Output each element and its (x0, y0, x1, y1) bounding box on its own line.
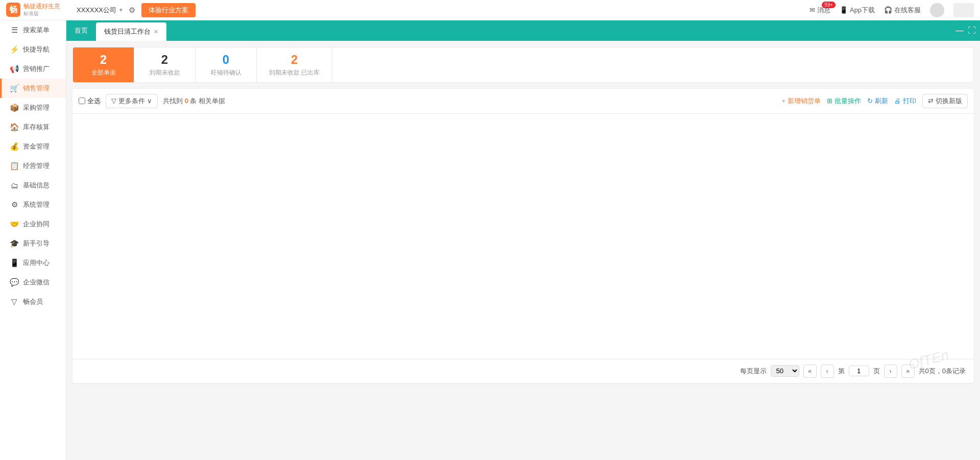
new-sale-label: 新增销货单 (788, 96, 821, 106)
print-button[interactable]: 🖨 打印 (894, 96, 916, 106)
batch-label: 批量操作 (835, 96, 861, 106)
sidebar-item-10[interactable]: 🤝企业协同 (0, 214, 66, 234)
filter-icon: ▽ (111, 97, 116, 105)
refresh-icon: ↻ (867, 97, 873, 105)
sidebar-icon-9: ⚙ (10, 200, 19, 209)
next-page-button[interactable]: › (884, 365, 897, 378)
sidebar-item-6[interactable]: 💰资金管理 (0, 137, 66, 156)
app-download-item[interactable]: 📱 App下载 (840, 6, 875, 15)
main-content: 2 全部单据 2 到期未收款 0 旺铺待确认 2 到期未收款 已出库 全选 ▽ … (66, 41, 980, 460)
sidebar-label-4: 采购管理 (23, 103, 50, 112)
logo-edition: 标准版 (23, 10, 60, 17)
select-all-label[interactable]: 全选 (79, 96, 101, 106)
stats-tabs: 2 全部单据 2 到期未收款 0 旺铺待确认 2 到期未收款 已出库 (72, 47, 974, 83)
tab-close-icon[interactable]: ✕ (154, 29, 158, 35)
sidebar-item-9[interactable]: ⚙系统管理 (0, 195, 66, 214)
stats-num-overdue: 2 (146, 53, 183, 67)
stats-num-shipped: 2 (269, 53, 320, 67)
company-name: XXXXXX公司 (77, 6, 116, 15)
username-area[interactable] (953, 3, 974, 17)
sidebar-item-12[interactable]: 📱应用中心 (0, 253, 66, 273)
switch-version-button[interactable]: ⇄ 切换新版 (922, 94, 968, 108)
tab-home[interactable]: 首页 (66, 20, 96, 41)
service-icon: 🎧 (884, 6, 892, 14)
page-label: 第 (838, 367, 845, 376)
logo-text-area: 畅捷通好生意 标准版 (23, 3, 60, 17)
stats-tab-pending[interactable]: 0 旺铺待确认 (195, 47, 257, 82)
tab-workbench[interactable]: 钱货日清工作台 ✕ (96, 22, 166, 41)
sidebar-label-2: 营销推广 (23, 64, 50, 74)
sidebar-item-8[interactable]: 🗂基础信息 (0, 176, 66, 195)
table-area (72, 114, 974, 359)
sidebar-label-11: 新手引导 (23, 239, 50, 248)
content-wrapper: 全选 ▽ 更多条件 ∨ 共找到 0 条 相关单据 + 新增销货单 ⊞ (72, 89, 974, 383)
sidebar-icon-0: ☰ (10, 26, 19, 35)
sidebar-icon-10: 🤝 (10, 220, 19, 229)
stats-label-shipped: 到期未收款 已出库 (269, 68, 320, 77)
found-text: 共找到 0 条 相关单据 (163, 96, 225, 106)
pagination-bar: 每页显示 50 100 « ‹ 第 页 › » 共0页，0条记录 (72, 359, 974, 383)
messages-item[interactable]: ✉ 消息 99+ (810, 6, 830, 15)
sidebar-label-7: 经营管理 (23, 161, 50, 171)
sidebar-label-6: 资金管理 (23, 142, 50, 151)
settings-icon[interactable]: ⚙ (129, 6, 135, 15)
stats-num-pending: 0 (208, 53, 244, 67)
stats-tab-all[interactable]: 2 全部单据 (73, 47, 134, 82)
toolbar-right: + 新增销货单 ⊞ 批量操作 ↻ 刷新 🖨 打印 ⇄ 切换新版 (781, 94, 968, 108)
sidebar-item-3[interactable]: 🛒销售管理 (0, 79, 66, 98)
page-input[interactable] (849, 366, 869, 376)
sidebar-item-11[interactable]: 🎓新手引导 (0, 234, 66, 253)
sidebar-item-7[interactable]: 📋经营管理 (0, 156, 66, 176)
prev-page-button[interactable]: ‹ (821, 365, 834, 378)
sidebar-item-2[interactable]: 📢营销推广 (0, 59, 66, 79)
filter-button[interactable]: ▽ 更多条件 ∨ (106, 94, 158, 108)
last-page-button[interactable]: » (901, 365, 915, 378)
sidebar-label-0: 搜索菜单 (23, 26, 50, 35)
app-download-label: App下载 (850, 6, 875, 15)
stats-tab-shipped[interactable]: 2 到期未收款 已出库 (257, 47, 332, 82)
page-suffix: 页 (873, 367, 880, 376)
refresh-label: 刷新 (875, 96, 888, 106)
sidebar-item-4[interactable]: 📦采购管理 (0, 98, 66, 117)
sidebar-label-8: 基础信息 (23, 181, 50, 190)
found-unit: 条 (190, 97, 197, 105)
message-icon: ✉ (810, 6, 815, 14)
tab-workbench-label: 钱货日清工作台 (104, 27, 151, 36)
stats-tab-overdue[interactable]: 2 到期未收款 (134, 47, 195, 82)
sidebar-label-3: 销售管理 (23, 84, 50, 93)
sidebar-label-12: 应用中心 (23, 258, 50, 268)
sidebar-item-0[interactable]: ☰搜索菜单 (0, 20, 66, 40)
tab-bar: 首页 钱货日清工作台 ✕ — ⛶ (66, 20, 980, 41)
sidebar-icon-13: 💬 (10, 278, 19, 287)
sidebar-icon-4: 📦 (10, 103, 19, 112)
stats-num-all: 2 (85, 53, 121, 67)
messages-badge: 99+ (822, 2, 836, 8)
avatar[interactable] (930, 3, 944, 17)
pagination-summary: 共0页，0条记录 (919, 367, 966, 376)
sidebar-item-14[interactable]: ▽畅会员 (0, 292, 66, 311)
refresh-button[interactable]: ↻ 刷新 (867, 96, 888, 106)
sidebar-label-10: 企业协同 (23, 220, 50, 229)
header-right: ✉ 消息 99+ 📱 App下载 🎧 在线客服 (810, 3, 974, 17)
first-page-button[interactable]: « (803, 365, 817, 378)
sidebar-label-13: 企业微信 (23, 278, 50, 287)
sidebar-icon-3: 🛒 (10, 84, 19, 93)
sidebar-item-13[interactable]: 💬企业微信 (0, 273, 66, 292)
print-icon: 🖨 (894, 97, 901, 105)
online-service-label: 在线客服 (894, 6, 921, 15)
per-page-select[interactable]: 50 100 (771, 365, 799, 377)
batch-button[interactable]: ⊞ 批量操作 (827, 96, 861, 106)
sidebar-icon-7: 📋 (10, 161, 19, 171)
sidebar-label-9: 系统管理 (23, 200, 50, 209)
select-all-checkbox[interactable] (79, 98, 85, 104)
new-sale-button[interactable]: + 新增销货单 (781, 96, 821, 106)
trial-button[interactable]: 体验行业方案 (141, 3, 195, 17)
tab-expand-icon[interactable]: ⛶ (968, 26, 976, 35)
sidebar-item-1[interactable]: ⚡快捷导航 (0, 40, 66, 59)
company-selector[interactable]: XXXXXX公司 ▼ (77, 6, 124, 15)
found-suffix: 相关单据 (199, 97, 225, 105)
sidebar-item-5[interactable]: 🏠库存核算 (0, 117, 66, 137)
tab-minimize-icon[interactable]: — (955, 26, 964, 35)
found-count: 0 (185, 97, 188, 105)
online-service-item[interactable]: 🎧 在线客服 (884, 6, 921, 15)
